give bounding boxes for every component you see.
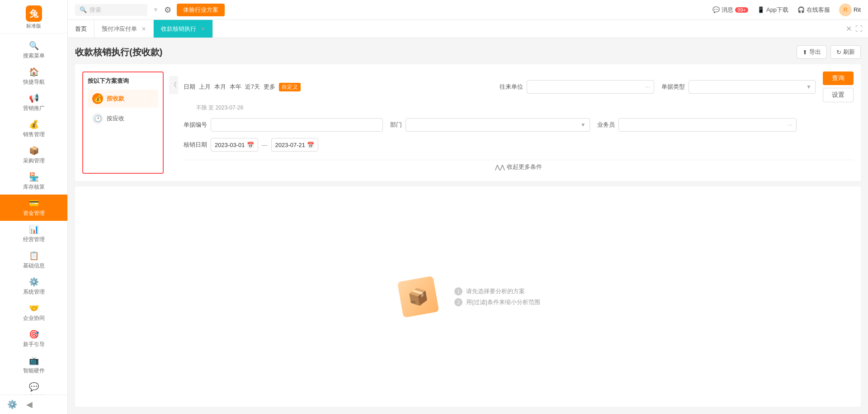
sidebar-item-system[interactable]: ⚙️ 系统管理	[0, 273, 67, 300]
salesperson-select[interactable]: ···	[618, 118, 797, 132]
date-separator: —	[262, 142, 268, 148]
avatar: R	[839, 4, 852, 16]
verify-date-start-input[interactable]: 2023-03-01 📅	[211, 138, 258, 152]
date-7days[interactable]: 近7天	[245, 83, 260, 91]
sidebar-item-purchase[interactable]: 📦 采购管理	[0, 142, 67, 168]
sidebar-label-system: 系统管理	[23, 288, 45, 296]
document-type-dropdown-icon: ▼	[806, 84, 811, 90]
header-right: 💬 消息 99+ 📱 App下载 🎧 在线客服 R Rit	[712, 4, 861, 16]
sidebar-item-quick-nav[interactable]: 🏠 快捷导航	[0, 63, 67, 90]
filter-area: 按以下方案查询 💰 按收款 🕐 按应收 《	[75, 64, 861, 181]
sidebar-settings-icon[interactable]: ⚙️	[7, 400, 17, 409]
date-this-month[interactable]: 本月	[214, 83, 226, 91]
settings-button[interactable]: 设置	[823, 88, 854, 102]
document-type-label: 单据类型	[661, 83, 685, 91]
header-search-text: 搜索	[90, 6, 101, 14]
sidebar-item-beginner[interactable]: 🎯 新手引导	[0, 326, 67, 352]
query-option-by-receipt[interactable]: 💰 按收款	[88, 90, 158, 108]
calendar-start-icon: 📅	[247, 142, 254, 148]
department-select[interactable]: ▼	[406, 118, 590, 132]
user-menu[interactable]: R Rit	[839, 4, 861, 16]
collapse-chevron-icon: 《	[170, 81, 177, 89]
header-gear-icon[interactable]: ⚙	[164, 5, 171, 15]
date-custom-badge[interactable]: 自定义	[279, 83, 301, 91]
message-icon: 💬	[712, 6, 720, 13]
sidebar-item-wechat[interactable]: 💬 企业微信	[0, 378, 67, 395]
date-hint: 不限 至 2023-07-26	[196, 104, 854, 112]
document-no-input[interactable]	[211, 118, 383, 132]
app-icon: 📱	[757, 6, 764, 13]
sidebar-item-basic-info[interactable]: 📋 基础信息	[0, 247, 67, 273]
tab-receipt-verify-close[interactable]: ✕	[201, 26, 205, 32]
basicinfo-nav-icon: 📋	[29, 251, 39, 261]
verify-date-label: 核销日期	[184, 141, 207, 149]
by-receipt-icon: 💰	[92, 93, 103, 104]
sidebar-item-finance[interactable]: 💳 资金管理	[0, 195, 67, 221]
query-option-by-receivable[interactable]: 🕐 按应收	[88, 109, 158, 128]
query-button[interactable]: 查询	[823, 71, 854, 85]
sidebar-item-enterprise[interactable]: 🤝 企业协同	[0, 300, 67, 326]
tab-receipt-verify[interactable]: 收款核销执行 ✕	[154, 20, 213, 38]
sidebar-item-sales[interactable]: 💰 销售管理	[0, 116, 67, 142]
tab-prepay-close[interactable]: ✕	[142, 26, 146, 32]
verify-date-start-value: 2023-03-01	[215, 142, 245, 148]
date-this-year[interactable]: 本年	[230, 83, 241, 91]
message-button[interactable]: 💬 消息 99+	[712, 6, 748, 14]
panel-collapse-button[interactable]: 《	[169, 76, 178, 94]
sidebar-label-enterprise: 企业协同	[23, 314, 45, 322]
date-more[interactable]: 更多	[264, 83, 275, 91]
empty-state: 📦 1 请先选择要分析的方案 2 用[过滤]条件来缩小分析范围	[75, 186, 861, 407]
tab-prepay[interactable]: 预付冲应付单 ✕	[94, 20, 154, 38]
query-panel: 按以下方案查询 💰 按收款 🕐 按应收	[82, 71, 164, 174]
message-badge: 99+	[735, 7, 748, 13]
message-label: 消息	[722, 6, 733, 14]
main-area: 🔍 搜索 ▼ ⚙ 体验行业方案 💬 消息 99+ 📱 App下载 🎧 在线客服 …	[68, 0, 868, 414]
sidebar-item-marketing[interactable]: 📢 营销推广	[0, 90, 67, 116]
document-no-label: 单据编号	[184, 121, 207, 129]
sidebar-item-search[interactable]: 🔍 搜索菜单	[0, 37, 67, 63]
sidebar-label-finance: 资金管理	[23, 209, 45, 217]
sidebar-item-management[interactable]: 📊 经营管理	[0, 221, 67, 247]
export-button[interactable]: ⬆ 导出	[797, 45, 827, 59]
empty-box-icon: 📦	[397, 276, 439, 318]
sidebar-item-hardware[interactable]: 📺 智能硬件	[0, 352, 67, 378]
counterparty-select[interactable]: ···	[527, 80, 654, 94]
export-label: 导出	[809, 48, 821, 56]
hint-text-2: 用[过滤]条件来缩小分析范围	[466, 298, 540, 306]
tab-home[interactable]: 首页	[68, 20, 94, 38]
tab-receipt-verify-label: 收款核销执行	[161, 25, 196, 33]
date-last-month[interactable]: 上月	[199, 83, 211, 91]
service-icon: 🎧	[797, 6, 805, 13]
document-type-select[interactable]: ▼	[689, 80, 816, 94]
tab-close-icon[interactable]: ✕	[846, 24, 852, 33]
online-service-button[interactable]: 🎧 在线客服	[797, 6, 830, 14]
refresh-button[interactable]: ↻ 刷新	[830, 45, 861, 59]
inventory-nav-icon: 🏪	[29, 172, 39, 182]
sidebar-item-inventory[interactable]: 🏪 库存核算	[0, 168, 67, 195]
tab-bar-right: ✕ ⛶	[840, 20, 868, 38]
hint-num-1: 1	[454, 287, 462, 295]
tab-expand-icon[interactable]: ⛶	[855, 25, 863, 33]
verify-date-row: 2023-03-01 📅 — 2023-07-21 📅	[211, 138, 318, 152]
tab-prepay-label: 预付冲应付单	[102, 25, 137, 33]
sidebar-collapse-icon[interactable]: ◀	[26, 400, 33, 409]
management-nav-icon: 📊	[29, 224, 39, 234]
counterparty-more-icon: ···	[645, 84, 650, 90]
sidebar-label-beginner: 新手引导	[23, 341, 45, 348]
calendar-end-icon: 📅	[307, 142, 314, 148]
user-name: Rit	[854, 6, 861, 13]
form-buttons: 查询 设置	[823, 71, 854, 102]
app-download-button[interactable]: 📱 App下载	[757, 6, 788, 14]
online-service-label: 在线客服	[807, 6, 830, 14]
verify-date-end-input[interactable]: 2023-07-21 📅	[271, 138, 319, 152]
export-icon: ⬆	[802, 49, 807, 56]
hardware-nav-icon: 📺	[29, 356, 39, 366]
document-type-field: 单据类型 ▼	[661, 80, 816, 94]
header-search-box[interactable]: 🔍 搜索	[75, 4, 147, 16]
collapse-more-button[interactable]: ⋀⋀ 收起更多条件	[184, 160, 854, 174]
trial-button[interactable]: 体验行业方案	[177, 4, 225, 16]
marketing-nav-icon: 📢	[29, 93, 39, 103]
sales-nav-icon: 💰	[29, 119, 39, 129]
salesperson-field: 业务员 ···	[597, 118, 797, 132]
sidebar-label-basic-info: 基础信息	[23, 262, 45, 270]
